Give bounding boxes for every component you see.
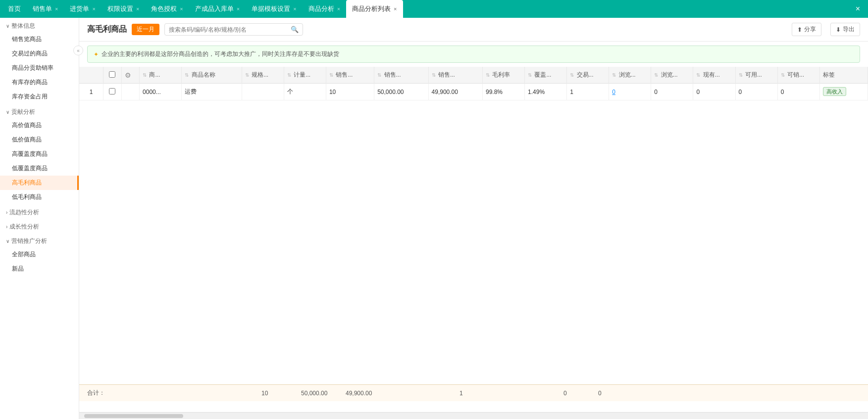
nav-product-in[interactable]: 产成品入库单 × [189, 0, 246, 18]
sidebar-item-high-coverage[interactable]: 高覆盖度商品 [0, 147, 79, 161]
sidebar-item-high-value[interactable]: 高价值商品 [0, 118, 79, 133]
settings-icon[interactable]: ⚙ [125, 71, 131, 79]
row-browse1: 0 [609, 84, 651, 100]
nav-roles-close[interactable]: × [180, 6, 183, 12]
row-settings [121, 84, 139, 100]
section-arrow-marketing: ∨ [6, 238, 9, 244]
sidebar-item-high-margin[interactable]: 高毛利商品 [0, 176, 79, 190]
col-gross-rate: ⇅ 毛利率 [482, 67, 524, 84]
section-arrow-trend: › [6, 210, 7, 215]
nav-template[interactable]: 单据模板设置 × [246, 0, 302, 18]
row-sales-cost: 49,900.00 [428, 84, 482, 100]
sidebar-section-contribution[interactable]: ∨ 贡献分析 [0, 104, 79, 118]
row-name: 运费 [182, 84, 242, 100]
sidebar-item-low-coverage[interactable]: 低覆盖度商品 [0, 161, 79, 176]
row-checkbox[interactable] [109, 88, 115, 94]
nav-purchase[interactable]: 进货单 × [64, 0, 101, 18]
sidebar-item-sales-goods[interactable]: 销售览商品 [0, 32, 79, 47]
nav-goods-analysis-list[interactable]: 商品分析列表 × [346, 0, 403, 18]
nav-sales-close[interactable]: × [55, 6, 58, 12]
goods-table: ⚙ ⇅ 商... ⇅ 商品名称 ⇅ [79, 67, 868, 100]
section-arrow-contribution: ∨ [6, 109, 9, 115]
nav-goods-list-close[interactable]: × [394, 6, 397, 12]
sidebar-section-trend[interactable]: › 流趋性分析 [0, 204, 79, 219]
col-current-stock: ⇅ 现有... [693, 67, 735, 84]
row-browse2: 0 [651, 84, 693, 100]
row-sellable-stock: 0 [777, 84, 819, 100]
nav-template-close[interactable]: × [293, 6, 296, 12]
row-current-stock: 0 [693, 84, 735, 100]
search-input[interactable] [169, 26, 291, 33]
col-code: ⇅ 商... [140, 67, 182, 84]
filter-button[interactable]: 近一月 [132, 24, 159, 35]
row-trade: 1 [567, 84, 609, 100]
col-sales-cost: ⇅ 销售... [428, 67, 482, 84]
sidebar-item-stock-capital[interactable]: 库存资金占用 [0, 90, 79, 104]
nav-goods-analysis[interactable]: 商品分析 × [303, 0, 346, 18]
col-num [79, 67, 103, 84]
sidebar-collapse-button[interactable]: « [73, 46, 83, 55]
bottom-scrollbar[interactable] [79, 412, 868, 419]
sidebar-item-in-stock[interactable]: 有库存的商品 [0, 75, 79, 90]
sidebar-item-low-value[interactable]: 低价值商品 [0, 133, 79, 147]
search-box[interactable]: 🔍 [164, 23, 303, 36]
top-nav-bar: 首页 销售单 × 进货单 × 权限设置 × 角色授权 × 产成品入库单 × 单据… [0, 0, 868, 18]
row-unit: 个 [284, 84, 326, 100]
section-arrow-overall: ∨ [6, 23, 9, 29]
sidebar: ∨ 整体信息 销售览商品 交易过的商品 商品分贡助销率 有库存的商品 库存资金占… [0, 18, 79, 419]
scrollbar-thumb[interactable] [84, 414, 183, 418]
sidebar-item-traded-goods[interactable]: 交易过的商品 [0, 47, 79, 61]
row-checkbox-cell [103, 84, 121, 100]
col-sales-qty: ⇅ 销售... [326, 67, 374, 84]
col-name: ⇅ 商品名称 [182, 67, 242, 84]
col-tag: 标签 [819, 67, 868, 84]
nav-product-in-close[interactable]: × [237, 6, 240, 12]
nav-roles[interactable]: 角色授权 × [145, 0, 189, 18]
col-sellable-stock: ⇅ 可销... [777, 67, 819, 84]
sidebar-item-contribution-rate[interactable]: 商品分贡助销率 [0, 61, 79, 75]
col-browse2: ⇅ 浏览... [651, 67, 693, 84]
export-button[interactable]: ⬇ 导出 [830, 23, 860, 36]
row-gross-rate: 99.8% [482, 84, 524, 100]
col-coverage: ⇅ 覆盖... [525, 67, 567, 84]
nav-permissions[interactable]: 权限设置 × [102, 0, 145, 18]
search-icon: 🔍 [291, 26, 299, 33]
col-spec: ⇅ 规格... [242, 67, 284, 84]
col-unit: ⇅ 计量... [284, 67, 326, 84]
sidebar-item-low-margin[interactable]: 低毛利商品 [0, 190, 79, 204]
page-title: 高毛利商品 [87, 24, 127, 35]
nav-permissions-close[interactable]: × [136, 6, 139, 12]
sidebar-item-new-goods[interactable]: 新品 [0, 262, 79, 276]
table-row: 1 0000... 运费 [79, 84, 868, 100]
warning-icon: ✦ [94, 51, 99, 58]
share-button[interactable]: ⬆ 分享 [792, 23, 821, 36]
sidebar-item-all-goods[interactable]: 全部商品 [0, 247, 79, 262]
col-sales-amt: ⇅ 销售... [374, 67, 428, 84]
row-tag: 高收入 [819, 84, 868, 100]
content-header: 高毛利商品 近一月 🔍 ⬆ 分享 ⬇ 导出 [79, 18, 868, 42]
sidebar-section-growth[interactable]: › 成长性分析 [0, 219, 79, 233]
table-wrapper[interactable]: ⚙ ⇅ 商... ⇅ 商品名称 ⇅ [79, 67, 868, 419]
row-available-stock: 0 [735, 84, 777, 100]
row-num: 1 [79, 84, 103, 100]
row-sales-qty: 10 [326, 84, 374, 100]
nav-home[interactable]: 首页 [2, 0, 27, 18]
footer-totals: 合计： 10 50,000.00 49,900.00 1 0 0 [79, 384, 868, 401]
sidebar-section-marketing[interactable]: ∨ 营销推广分析 [0, 233, 79, 247]
row-spec [242, 84, 284, 100]
sidebar-section-overall[interactable]: ∨ 整体信息 [0, 18, 79, 32]
window-close-button[interactable]: × [850, 4, 866, 13]
col-check [103, 67, 121, 84]
select-all-checkbox[interactable] [109, 71, 115, 78]
export-icon: ⬇ [836, 26, 841, 33]
info-banner: ✦ 企业的主要的利润都是这部分商品创造的，可考虑加大推广，同时关注库存是不要出现… [87, 46, 860, 63]
nav-sales[interactable]: 销售单 × [27, 0, 64, 18]
col-available-stock: ⇅ 可用... [735, 67, 777, 84]
col-browse1: ⇅ 浏览... [609, 67, 651, 84]
share-icon: ⬆ [797, 26, 802, 33]
section-arrow-growth: › [6, 224, 7, 230]
col-settings: ⚙ [121, 67, 139, 84]
nav-goods-analysis-close[interactable]: × [337, 6, 340, 12]
nav-purchase-close[interactable]: × [92, 6, 95, 12]
content-area: 高毛利商品 近一月 🔍 ⬆ 分享 ⬇ 导出 [79, 18, 868, 419]
